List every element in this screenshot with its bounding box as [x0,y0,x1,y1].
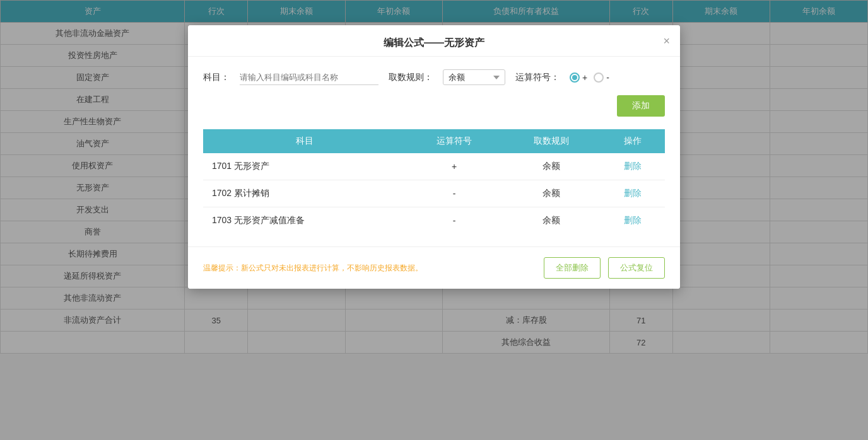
rule-select-wrap: 余额 借方 贷方 借方发生额 贷方发生额 [443,69,505,85]
radio-minus-label: - [606,72,609,83]
reset-formula-button[interactable]: 公式复位 [608,257,665,279]
col-subject: 科目 [203,129,406,153]
modal-header: 编辑公式——无形资产 × [188,25,680,57]
radio-plus[interactable]: + [570,72,587,83]
delete-link[interactable]: 删除 [624,215,642,225]
radio-plus-circle [570,72,580,83]
radio-minus[interactable]: - [594,72,609,83]
operator-label: 运算符号： [515,72,560,83]
modal-title: 编辑公式——无形资产 [384,37,484,50]
delete-all-button[interactable]: 全部删除 [544,257,601,279]
col-action: 操作 [600,129,665,153]
modal-dialog: 编辑公式——无形资产 × 科目： 取数规则： 余额 借方 贷方 借方发生额 [188,25,680,289]
modal-body: 科目： 取数规则： 余额 借方 贷方 借方发生额 贷方发生额 运算符号： [188,57,680,246]
operator-radio-group: + - [570,72,609,83]
table-row: 1701 无形资产+余额删除 [203,153,665,180]
data-table: 科目 运算符号 取数规则 操作 1701 无形资产+余额删除1702 累计摊销-… [203,129,665,234]
subject-input[interactable] [240,70,378,85]
subject-label: 科目： [203,72,230,83]
delete-link[interactable]: 删除 [624,161,642,171]
col-operator: 运算符号 [406,129,503,153]
table-header-row: 科目 运算符号 取数规则 操作 [203,129,665,153]
modal-overlay: 编辑公式——无形资产 × 科目： 取数规则： 余额 借方 贷方 借方发生额 [0,0,868,440]
footer-buttons: 全部删除 公式复位 [544,257,665,279]
modal-footer: 温馨提示：新公式只对未出报表进行计算，不影响历史报表数据。 全部删除 公式复位 [188,246,680,289]
col-rule: 取数规则 [503,129,600,153]
delete-link[interactable]: 删除 [624,188,642,198]
radio-minus-circle [594,72,604,83]
form-row: 科目： 取数规则： 余额 借方 贷方 借方发生额 贷方发生额 运算符号： [203,69,665,117]
table-row: 1702 累计摊销-余额删除 [203,180,665,207]
table-row: 1703 无形资产减值准备-余额删除 [203,207,665,234]
rule-label: 取数规则： [389,72,433,83]
add-button[interactable]: 添加 [617,95,665,117]
radio-plus-label: + [582,72,587,83]
rule-select[interactable]: 余额 借方 贷方 借方发生额 贷方发生额 [443,69,505,85]
page-wrapper: 资产 行次 期末余额 年初余额 负债和所有者权益 行次 期末余额 年初余额 其他… [0,0,868,440]
modal-close-button[interactable]: × [663,35,670,47]
footer-tip: 温馨提示：新公式只对未出报表进行计算，不影响历史报表数据。 [203,263,423,274]
